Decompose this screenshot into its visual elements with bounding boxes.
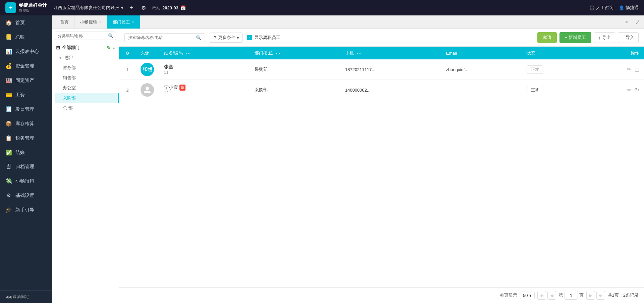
row1-status-cell: 正常 — [522, 59, 588, 80]
employee-search-icon[interactable]: 🔍 — [196, 35, 201, 40]
dept-search-box[interactable]: 🔍 — [55, 32, 116, 40]
filter-icon: ⚗ — [213, 35, 217, 40]
invoice-icon: 🧾 — [5, 106, 12, 112]
sidebar-item-ledger[interactable]: 📒 总账 — [0, 30, 52, 44]
calendar-icon[interactable]: 📅 — [180, 5, 186, 10]
all-departments[interactable]: ⊞ 全部部门 ✎ « — [52, 43, 119, 53]
reports-icon: 📊 — [5, 48, 12, 55]
all-dept-label: 全部部门 — [62, 45, 79, 51]
sidebar-label-closing: 结账 — [15, 150, 25, 156]
sidebar-item-home[interactable]: 🏠 首页 — [0, 15, 52, 30]
import-button[interactable]: ↓ 导入 — [618, 32, 639, 43]
sidebar-item-guide[interactable]: 🎓 新手引导 — [0, 203, 52, 217]
col-status: 状态 — [522, 47, 588, 59]
sidebar-item-archive[interactable]: 🗄 归档管理 — [0, 160, 52, 174]
sidebar-item-assets[interactable]: 🏭 固定资产 — [0, 73, 52, 88]
import-label: 导入 — [626, 35, 634, 41]
row1-status-badge: 正常 — [527, 65, 543, 74]
last-page-button[interactable]: ⏭ — [596, 291, 605, 300]
sidebar-item-closing[interactable]: ✅ 结账 — [0, 145, 52, 160]
close-tab-button[interactable]: × — [623, 18, 631, 26]
show-resigned-checkbox[interactable]: ✓ 显示离职员工 — [247, 35, 280, 41]
dept-edit-icon[interactable]: ✎ — [106, 45, 110, 50]
prev-page-button[interactable]: ◀ — [547, 291, 556, 300]
fullscreen-button[interactable]: ⤢ — [633, 18, 641, 26]
sidebar-item-reports[interactable]: 📊 云报表中心 — [0, 44, 52, 59]
row2-name: 宁小壹 — [164, 85, 178, 91]
sort-arrows-phone: ▲▼ — [356, 52, 361, 55]
ai-consult-label: 人工咨询 — [596, 5, 613, 11]
first-page-button[interactable]: ⏮ — [537, 291, 546, 300]
settings-button[interactable]: ⚙ — [140, 4, 148, 12]
cancel-fixed-button[interactable]: ◀◀ 取消固定 — [0, 290, 52, 303]
sidebar-item-salary[interactable]: 💳 工资 — [0, 88, 52, 102]
employee-toolbar: 🔍 ⚗ 更多条件 ▾ ✓ 显示离职员工 邀请 + 新增员工 — [119, 29, 644, 47]
dept-parent-headquarters[interactable]: ▼ 总部 — [55, 53, 119, 63]
sidebar-item-expense[interactable]: 💸 小畅报销 — [0, 174, 52, 188]
col-action-label: 操作 — [631, 50, 639, 55]
sidebar-item-settings[interactable]: ⚙ 基础设置 — [0, 188, 52, 203]
col-name-code[interactable]: 姓名/编码 ▲▼ — [159, 47, 250, 59]
sidebar-label-reports: 云报表中心 — [15, 49, 39, 55]
filter-more-button[interactable]: ⚗ 更多条件 ▾ — [209, 33, 243, 43]
export-button[interactable]: ↑ 导出 — [594, 32, 615, 43]
employee-search-box[interactable]: 🔍 — [124, 33, 205, 42]
row2-edit-icon[interactable]: ✏ — [627, 87, 632, 93]
table-row: 2 宁小壹 应 — [119, 80, 644, 100]
employee-panel: 🔍 ⚗ 更多条件 ▾ ✓ 显示离职员工 邀请 + 新增员工 — [119, 29, 644, 303]
per-page-select[interactable]: 50 ▾ — [520, 292, 534, 299]
dept-collapse-icon[interactable]: « — [112, 45, 115, 50]
dept-search-icon[interactable]: 🔍 — [108, 33, 113, 38]
col-settings[interactable]: ⚙ — [119, 47, 136, 59]
row1-avatar-cell: 张熙 — [136, 59, 159, 80]
col-email: Email — [441, 47, 522, 59]
sidebar-label-tax: 税务管理 — [15, 135, 34, 141]
user-icon: 👤 — [619, 5, 624, 10]
dept-search-input[interactable] — [58, 34, 108, 38]
row2-name-cell: 宁小壹 应 12 — [159, 80, 250, 100]
home-icon: 🏠 — [5, 19, 12, 26]
col-email-label: Email — [446, 51, 457, 56]
sidebar-item-funds[interactable]: 💰 资金管理 — [0, 59, 52, 73]
dept-office-label: 办公室 — [63, 85, 76, 90]
company-selector[interactable]: 江西服宝精品有限责任公司内账张 ▾ — [54, 5, 123, 11]
dropdown-icon: ▾ — [121, 5, 123, 10]
row2-code: 12 — [164, 91, 245, 95]
ai-consult-button[interactable]: 🎧 人工咨询 — [589, 5, 613, 11]
col-dept-pos[interactable]: 部门/职位 ▲▼ — [250, 47, 340, 59]
row2-dept: 采购部 — [250, 80, 340, 100]
row1-code: 11 — [164, 70, 245, 75]
tab-expense[interactable]: 小畅报销 × — [74, 15, 107, 29]
sidebar-item-invoice[interactable]: 🧾 发票管理 — [0, 102, 52, 116]
invite-button[interactable]: 邀请 — [537, 32, 557, 43]
tab-department[interactable]: 部门员工 × — [107, 15, 140, 29]
row1-num: 1 — [119, 59, 136, 80]
user-avatar[interactable]: 👤 畅捷通 — [619, 5, 639, 11]
next-page-button[interactable]: ▶ — [586, 291, 595, 300]
dept-child-finance[interactable]: 财务部 — [55, 63, 119, 73]
col-phone[interactable]: 手机 ▲▼ — [340, 47, 441, 59]
row1-edit-icon[interactable]: ✏ — [627, 66, 631, 72]
tab-bar-controls: × ⤢ — [623, 18, 641, 26]
dept-child-office[interactable]: 办公室 — [55, 83, 119, 93]
employee-table: ⚙ 头像 姓名/编码 ▲▼ 部门/职位 — [119, 47, 644, 100]
dept-child-hq[interactable]: 总 部 — [55, 103, 119, 113]
ledger-icon: 📒 — [5, 34, 12, 40]
tab-expense-close[interactable]: × — [99, 20, 102, 24]
main-layout: 🏠 首页 📒 总账 📊 云报表中心 💰 资金管理 🏭 固定资产 💳 工资 🧾 发… — [0, 15, 644, 303]
row2-action-icons: ✏ ↻ — [593, 87, 639, 93]
tab-department-close[interactable]: × — [132, 20, 135, 24]
add-employee-button[interactable]: + 新增员工 — [559, 32, 591, 43]
col-settings-icon: ⚙ — [125, 51, 129, 56]
row2-refresh-icon[interactable]: ↻ — [635, 87, 639, 93]
employee-search-input[interactable] — [128, 35, 194, 40]
row1-exit-icon[interactable]: ⬚ — [635, 66, 639, 72]
sidebar-item-tax[interactable]: 📋 税务管理 — [0, 131, 52, 145]
dept-child-purchase[interactable]: 采购部 — [55, 93, 119, 103]
add-tab-button[interactable]: + — [127, 4, 136, 12]
tab-home[interactable]: 首页 — [55, 15, 74, 29]
sidebar-item-inventory[interactable]: 📦 库存核算 — [0, 116, 52, 131]
page-number-input[interactable] — [565, 291, 578, 300]
row1-name-cell: 张熙 11 — [159, 59, 250, 80]
dept-child-sales[interactable]: 销售部 — [55, 73, 119, 83]
